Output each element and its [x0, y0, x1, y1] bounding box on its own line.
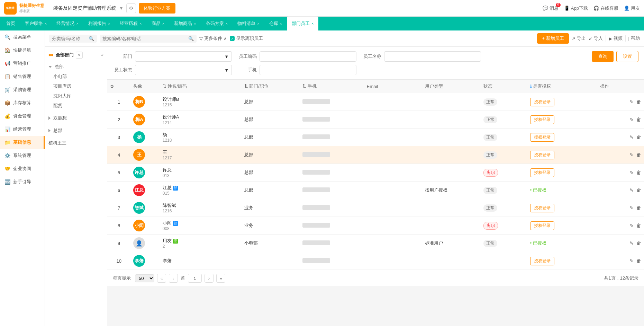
edit-button[interactable]: ✎	[629, 258, 634, 264]
edit-button[interactable]: ✎	[629, 240, 634, 246]
more-filter-button[interactable]: ▽ 更多条件 ∧	[199, 35, 227, 42]
sidebar-item-ops[interactable]: 📊 经营管理	[0, 123, 45, 136]
dept-collapse-button[interactable]: «	[101, 53, 103, 58]
filter-emp-name-input[interactable]	[384, 51, 481, 62]
show-inactive-checkbox[interactable]: ✓	[230, 36, 235, 41]
tab-goods[interactable]: 商品 ×	[147, 17, 169, 30]
col-phone-header[interactable]: ⇅ 手机	[300, 80, 364, 93]
tab-dept-employee[interactable]: 部门员工 ×	[287, 17, 318, 30]
user-menu-button[interactable]: 👤 用友	[624, 5, 640, 11]
tab-ops-status-close[interactable]: ×	[76, 21, 78, 26]
export-button[interactable]: ↗ 导出	[572, 35, 586, 42]
dept-child-distribution[interactable]: 配货	[45, 101, 107, 111]
trial-button[interactable]: 体验行业方案	[139, 3, 175, 14]
tab-barcode-close[interactable]: ×	[226, 21, 228, 26]
tab-add-goods[interactable]: 新增商品 ×	[169, 17, 201, 30]
sidebar-item-marketing[interactable]: 📢 营销推广	[0, 57, 45, 70]
auth-login-button[interactable]: 授权登录	[530, 221, 554, 230]
tab-barcode[interactable]: 条码方案 ×	[201, 17, 233, 30]
tab-customer[interactable]: 客户联络 ×	[20, 17, 52, 30]
sidebar-item-sales[interactable]: 📋 销售管理	[0, 70, 45, 83]
next-page-button[interactable]: ›	[205, 274, 214, 283]
dept-group-zhishu-title[interactable]: 植树王三	[45, 138, 107, 148]
delete-button[interactable]: 🗑	[636, 205, 641, 211]
edit-button[interactable]: ✎	[629, 187, 634, 193]
edit-button[interactable]: ✎	[629, 152, 634, 158]
auth-login-button[interactable]: 授权登录	[530, 115, 554, 124]
edit-button[interactable]: ✎	[629, 170, 634, 175]
edit-button[interactable]: ✎	[629, 134, 634, 140]
auth-login-button[interactable]: 授权登录	[530, 168, 554, 177]
auth-login-button[interactable]: 授权登录	[530, 151, 554, 159]
tab-add-goods-close[interactable]: ×	[194, 21, 196, 26]
reset-button[interactable]: 设置	[616, 51, 638, 62]
dept-search-box[interactable]: 🔍	[49, 35, 97, 43]
last-page-button[interactable]: »	[216, 274, 225, 283]
sidebar-item-finance[interactable]: 💰 资金管理	[0, 109, 45, 123]
filter-phone-input[interactable]	[260, 65, 356, 75]
prev-page-button[interactable]: ‹	[169, 274, 178, 283]
sidebar-item-collab[interactable]: 🤝 企业协同	[0, 162, 45, 175]
delete-button[interactable]: 🗑	[636, 170, 641, 175]
edit-button[interactable]: ✎	[629, 205, 634, 211]
edit-button[interactable]: ✎	[629, 223, 634, 228]
help-button[interactable]: | 帮助	[628, 35, 640, 42]
query-button[interactable]: 查询	[592, 51, 614, 62]
auth-login-button[interactable]: 授权登录	[530, 133, 554, 142]
tab-profit-close[interactable]: ×	[108, 21, 110, 26]
employee-search-input[interactable]	[102, 36, 186, 41]
filter-emp-status-select[interactable]: ▼	[135, 65, 232, 75]
tab-bom-close[interactable]: ×	[257, 21, 259, 26]
delete-button[interactable]: 🗑	[636, 152, 641, 158]
tab-warehouse-close[interactable]: ×	[280, 21, 282, 26]
edit-button[interactable]: ✎	[629, 117, 634, 122]
employee-search-box[interactable]: 🔍	[100, 35, 197, 43]
sidebar-item-search[interactable]: 🔍 搜索菜单	[0, 30, 45, 44]
message-button[interactable]: 💬 消息 5	[543, 5, 559, 11]
col-dept-header[interactable]: ⇅ 部门/职位	[242, 80, 300, 93]
dept-search-input[interactable]	[52, 36, 87, 41]
col-settings[interactable]: ⚙	[107, 80, 130, 93]
dept-child-project[interactable]: 项目库房	[45, 81, 107, 91]
auth-login-button[interactable]: 授权登录	[530, 98, 554, 106]
first-page-button[interactable]: «	[157, 274, 166, 283]
dept-edit-icon[interactable]: ✎	[76, 52, 83, 59]
dept-group-zongbu-title[interactable]: 总部	[45, 126, 107, 135]
delete-button[interactable]: 🗑	[636, 223, 641, 228]
filter-emp-code-input[interactable]	[260, 51, 356, 62]
sidebar-item-quicknav[interactable]: 🏠 快捷导航	[0, 44, 45, 57]
sidebar-item-system[interactable]: ⚙️ 系统管理	[0, 149, 45, 162]
dept-group-shuanglu-title[interactable]: 双鹿想	[45, 113, 107, 123]
dept-child-shenyang[interactable]: 沈阳大库	[45, 91, 107, 101]
online-service-button[interactable]: 🎧 在线客服	[593, 5, 618, 11]
tab-journey-close[interactable]: ×	[139, 21, 142, 26]
tab-warehouse[interactable]: 仓库 ×	[264, 17, 287, 30]
tab-goods-close[interactable]: ×	[162, 21, 164, 26]
delete-button[interactable]: 🗑	[636, 187, 641, 193]
import-button[interactable]: ↙ 导入	[589, 35, 603, 42]
auth-login-button[interactable]: 授权登录	[530, 204, 554, 212]
add-employee-button[interactable]: + 新增员工	[537, 33, 569, 44]
page-number-input[interactable]	[188, 274, 202, 283]
auth-login-button[interactable]: 授权登录	[530, 257, 554, 265]
edit-button[interactable]: ✎	[629, 99, 634, 105]
tab-profit[interactable]: 利润报告 ×	[83, 17, 115, 30]
sidebar-item-guide[interactable]: 🆕 新手引导	[0, 175, 45, 188]
tab-ops-status[interactable]: 经营情况 ×	[52, 17, 83, 30]
dept-child-xiaodian[interactable]: 小电部	[45, 72, 107, 81]
tab-dept-employee-close[interactable]: ×	[311, 21, 314, 26]
dropdown-arrow-icon[interactable]: ▼	[119, 6, 124, 11]
delete-button[interactable]: 🗑	[636, 99, 641, 105]
delete-button[interactable]: 🗑	[636, 240, 641, 246]
app-download-button[interactable]: 📱 App下载	[564, 5, 588, 11]
gear-button[interactable]: ⚙	[126, 3, 136, 13]
col-name-header[interactable]: ⇅ 姓名/编码	[160, 80, 242, 93]
tab-bom[interactable]: 物料清单 ×	[233, 17, 264, 30]
sidebar-item-stock[interactable]: 📦 库存核算	[0, 96, 45, 109]
page-size-select[interactable]: 50 10 20 100	[135, 274, 154, 282]
dept-all-header[interactable]: ■■ 全部部门 ✎ «	[45, 50, 107, 61]
view-button[interactable]: ▶ 视频	[609, 35, 623, 42]
sidebar-item-purchase[interactable]: 🛒 采购管理	[0, 83, 45, 96]
delete-button[interactable]: 🗑	[636, 117, 641, 122]
show-inactive-toggle[interactable]: ✓ 显示离职员工	[230, 35, 263, 42]
